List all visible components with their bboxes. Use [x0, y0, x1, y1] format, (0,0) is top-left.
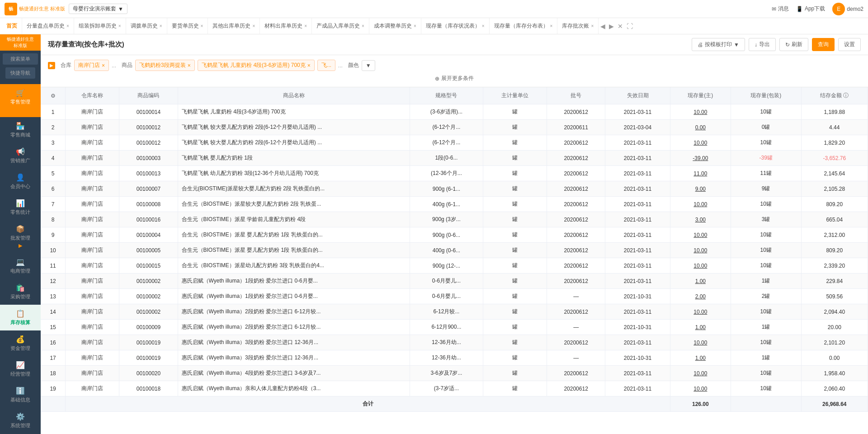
sidebar-item-marketing[interactable]: 📢 营销推广	[0, 143, 41, 169]
tab-product-in[interactable]: 产成品入库单历史 ×	[312, 18, 369, 34]
sidebar-item-member[interactable]: 👤 会员中心	[0, 169, 41, 194]
app-download-btn[interactable]: 📱 App下载	[796, 5, 825, 13]
cell-qty-main[interactable]: 10.00	[670, 381, 731, 396]
tab-adjust[interactable]: 调拨单历史 ×	[126, 18, 167, 34]
cell-qty-main[interactable]: 3.00	[670, 212, 731, 227]
sidebar-item-operation[interactable]: 📈 经营管理	[0, 356, 41, 382]
cell-expire: 2021-03-11	[605, 104, 670, 120]
cell-qty-main[interactable]: 10.00	[670, 335, 731, 350]
sidebar-item-system[interactable]: ⚙️ 系统管理	[0, 408, 41, 434]
industry-select[interactable]: 母婴行业演示账套 ▼	[69, 4, 127, 14]
tab-other-out[interactable]: 其他出库单历史 ×	[208, 18, 260, 34]
cell-warehouse: 南岸门店	[66, 104, 119, 120]
product-tag-2-close[interactable]: ×	[307, 62, 311, 69]
tab-material-out[interactable]: 材料出库单历史 ×	[260, 18, 312, 34]
cell-qty-main[interactable]: 9.00	[670, 181, 731, 197]
product-tag-2[interactable]: 飞鹤星飞帆 儿童奶粉 4段(3-6岁适用) 700克 ×	[198, 60, 315, 71]
nav-close-all[interactable]: ✕	[616, 23, 625, 30]
cell-spec: 900g (12-...	[410, 258, 483, 274]
tab-home[interactable]: 首页	[2, 18, 22, 34]
settings-btn[interactable]: 设置	[838, 38, 861, 51]
warehouse-more[interactable]: ...	[112, 62, 116, 69]
sidebar-item-wholesale[interactable]: 📦 批发管理 ▶	[0, 220, 41, 253]
tab-cost-adjust-close[interactable]: ×	[414, 24, 416, 28]
quick-nav-btn[interactable]: 快捷导航	[5, 67, 35, 79]
query-btn[interactable]: 查询	[812, 38, 835, 51]
cell-qty-main[interactable]: 10.00	[670, 104, 731, 120]
product-tag-1[interactable]: 飞鹤奶粉3段两提装 ×	[135, 60, 195, 71]
product-more[interactable]: ...	[338, 62, 343, 69]
cell-balance: 2,105.28	[801, 181, 868, 197]
tab-split-close[interactable]: ×	[66, 24, 69, 28]
sidebar-item-finance[interactable]: 💰 资金管理	[0, 330, 41, 356]
expand-conditions-btn[interactable]: ⊕ 展开更多条件	[435, 75, 474, 82]
sidebar-item-retail[interactable]: 🛒 零售管理 ▶	[0, 84, 41, 117]
cell-qty-main[interactable]: 1.00	[670, 350, 731, 366]
sidebar-item-purchase[interactable]: 🛍️ 采购管理	[0, 279, 41, 305]
nav-prev[interactable]: ◀	[599, 23, 607, 30]
cell-qty-main[interactable]: 11.00	[670, 166, 731, 181]
tab-split[interactable]: 分量盘点单历史 ×	[22, 18, 74, 34]
tab-requisition-label: 要货单历史	[172, 22, 199, 30]
cell-qty-main[interactable]: 10.00	[670, 304, 731, 320]
cell-qty-main[interactable]: 0.00	[670, 120, 731, 135]
cell-qty-main[interactable]: 10.00	[670, 258, 731, 274]
sidebar-item-ecommerce[interactable]: 💻 电商管理	[0, 253, 41, 279]
tab-material-out-close[interactable]: ×	[304, 24, 307, 28]
ecommerce-icon: 💻	[16, 258, 25, 266]
warehouse-tag-1[interactable]: 南岸门店 ×	[74, 60, 109, 71]
tab-stock-status-close[interactable]: ×	[482, 24, 485, 28]
cell-code: 00100002	[119, 304, 178, 320]
cell-qty-main[interactable]: 10.00	[670, 243, 731, 258]
export-btn[interactable]: ↓ 导出	[749, 38, 776, 51]
search-menu-btn[interactable]: 搜索菜单	[3, 53, 38, 65]
cell-no: 2	[41, 120, 66, 135]
tab-disassemble[interactable]: 组装拆卸单历史 ×	[74, 18, 126, 34]
tab-requisition-close[interactable]: ×	[201, 24, 203, 28]
tab-disassemble-close[interactable]: ×	[118, 24, 121, 28]
filter-toggle-arrow[interactable]: ▶	[48, 62, 55, 69]
warehouse-tag-1-close[interactable]: ×	[102, 62, 105, 69]
cell-qty-main[interactable]: 1.00	[670, 320, 731, 335]
nav-next[interactable]: ▶	[607, 23, 616, 30]
cell-qty-main[interactable]: 10.00	[670, 227, 731, 243]
sidebar-item-stats[interactable]: 📊 零售统计	[0, 194, 41, 220]
sidebar-item-shop[interactable]: 🏪 零售商城	[0, 117, 41, 143]
tab-stock-status[interactable]: 现存量（库存状况表） ×	[421, 18, 490, 34]
user-area[interactable]: E demo2	[832, 3, 863, 15]
cell-batch: 20200612	[547, 335, 605, 350]
industry-label: 母婴行业演示账套	[73, 5, 116, 13]
tab-adjust-close[interactable]: ×	[160, 24, 162, 28]
sidebar-item-inventory[interactable]: 📋 库存核算	[0, 305, 41, 330]
tab-other-out-close[interactable]: ×	[252, 24, 255, 28]
refresh-btn[interactable]: ↻ 刷新	[779, 38, 808, 51]
tab-stock-dist-close[interactable]: ×	[550, 24, 553, 28]
template-print-btn[interactable]: 🖨 按模板打印 ▼	[692, 38, 745, 51]
product-tag-1-close[interactable]: ×	[188, 62, 191, 69]
cell-qty-main[interactable]: 2.00	[670, 289, 731, 304]
cell-balance: 2,312.00	[801, 227, 868, 243]
tab-stock-dist[interactable]: 现存量（库存分布表） ×	[490, 18, 558, 34]
tab-batch-ledger-close[interactable]: ×	[591, 24, 594, 28]
cell-qty-main[interactable]: -39.00	[670, 151, 731, 166]
cell-qty-main[interactable]: 10.00	[670, 197, 731, 212]
cell-qty-main[interactable]: 10.00	[670, 366, 731, 381]
cell-warehouse: 南岸门店	[66, 289, 119, 304]
tab-batch-ledger[interactable]: 库存批次账 ×	[557, 18, 599, 34]
cell-balance: -3,652.76	[801, 151, 868, 166]
col-settings[interactable]: ⚙	[41, 87, 66, 104]
tab-requisition[interactable]: 要货单历史 ×	[167, 18, 208, 34]
message-btn[interactable]: ✉ 消息	[772, 5, 789, 13]
cell-qty-main[interactable]: 1.00	[670, 274, 731, 289]
color-dropdown[interactable]: ▼	[362, 60, 375, 71]
nav-fullscreen[interactable]: ⛶	[625, 23, 635, 30]
cell-unit: 罐	[483, 350, 547, 366]
purchase-icon: 🛍️	[16, 283, 25, 292]
tab-cost-adjust[interactable]: 成本调整单历史 ×	[369, 18, 421, 34]
cell-qty-pkg: 10罐	[731, 135, 801, 151]
cell-qty-main[interactable]: 10.00	[670, 135, 731, 151]
sidebar-item-basic[interactable]: ℹ️ 基础信息	[0, 382, 41, 408]
product-tag-more[interactable]: 飞...	[317, 60, 335, 71]
cell-balance: 20.00	[801, 320, 868, 335]
tab-product-in-close[interactable]: ×	[362, 24, 364, 28]
